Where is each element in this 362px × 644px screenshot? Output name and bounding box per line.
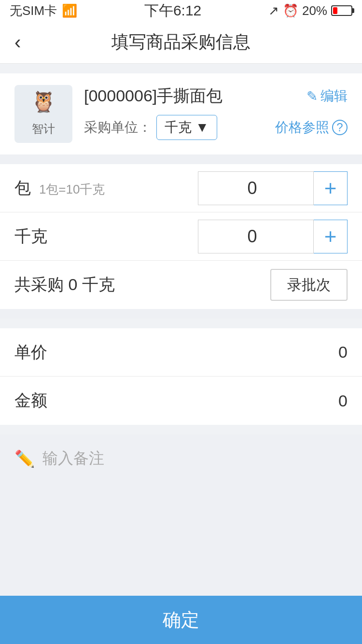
- quantity-section: 包 1包=10千克 + 千克 +: [0, 164, 362, 261]
- battery-bar: [331, 5, 352, 16]
- kg-label-group: 千克: [14, 225, 47, 248]
- unit-price-label: 单价: [14, 341, 47, 364]
- kg-plus-button[interactable]: +: [314, 220, 348, 253]
- batch-record-button[interactable]: 录批次: [270, 269, 348, 301]
- status-left: 无SIM卡 📶: [10, 2, 77, 19]
- edit-label: 编辑: [320, 87, 348, 105]
- kg-input-right: +: [198, 220, 348, 253]
- logo-label: 智计: [32, 122, 55, 135]
- pack-hint: 1包=10千克: [39, 182, 105, 196]
- section-divider-2: [0, 309, 362, 319]
- pack-input-right: +: [198, 171, 348, 205]
- status-time: 下午6:12: [144, 1, 201, 21]
- unit-value: 千克: [165, 118, 192, 137]
- pack-input-row: 包 1包=10千克 +: [0, 164, 362, 212]
- kg-input-row: 千克 +: [0, 212, 362, 261]
- back-button[interactable]: ‹: [10, 27, 26, 58]
- logo-text: 🦉: [31, 90, 56, 113]
- section-divider-1: [0, 154, 362, 164]
- unit-dropdown[interactable]: 千克 ▼: [156, 115, 217, 140]
- help-icon: ?: [332, 120, 348, 135]
- product-image: 🦉 智计: [14, 85, 72, 143]
- notes-section[interactable]: ✏️ 输入备注: [0, 434, 362, 483]
- product-name-row: [0000006]手撕面包 ✎ 编辑: [84, 85, 348, 107]
- battery-percent: 20%: [302, 3, 327, 18]
- product-name: [0000006]手撕面包: [84, 85, 223, 107]
- summary-row: 共采购 0 千克 录批次: [0, 261, 362, 309]
- page-title: 填写商品采购信息: [111, 30, 251, 54]
- carrier-label: 无SIM卡: [10, 2, 57, 19]
- product-section: 🦉 智计 [0000006]手撕面包 ✎ 编辑 采购单位： 千克 ▼ 价格参照 …: [0, 73, 362, 154]
- amount-row: 金额 0: [0, 377, 362, 425]
- pack-plus-button[interactable]: +: [314, 171, 348, 205]
- pencil-icon: ✏️: [14, 449, 35, 468]
- status-bar: 无SIM卡 📶 下午6:12 ↗ ⏰ 20%: [0, 0, 362, 21]
- location-icon: ↗: [268, 3, 279, 18]
- unit-row: 采购单位： 千克 ▼ 价格参照 ?: [84, 115, 348, 140]
- unit-price-value: 0: [338, 343, 348, 362]
- pack-label-group: 包 1包=10千克: [14, 177, 105, 199]
- price-ref-label: 价格参照: [275, 118, 329, 137]
- pack-label: 包: [14, 179, 31, 197]
- edit-button[interactable]: ✎ 编辑: [306, 87, 348, 105]
- unit-label: 采购单位：: [84, 118, 152, 137]
- unit-price-row: 单价 0: [0, 328, 362, 377]
- alarm-icon: ⏰: [283, 3, 298, 18]
- kg-label: 千克: [14, 227, 47, 245]
- battery-indicator: [331, 5, 352, 16]
- battery-fill: [333, 7, 337, 14]
- product-info: [0000006]手撕面包 ✎ 编辑 采购单位： 千克 ▼ 价格参照 ?: [84, 85, 348, 140]
- product-logo: 🦉 智计: [31, 90, 56, 139]
- amount-value: 0: [338, 392, 348, 410]
- kg-quantity-input[interactable]: [198, 220, 314, 253]
- pack-quantity-input[interactable]: [198, 171, 314, 205]
- price-section: 单价 0 金额 0: [0, 328, 362, 425]
- status-right: ↗ ⏰ 20%: [268, 3, 352, 18]
- wifi-icon: 📶: [62, 3, 77, 18]
- total-purchase-text: 共采购 0 千克: [14, 274, 115, 296]
- edit-icon: ✎: [306, 88, 318, 104]
- confirm-button[interactable]: 确定: [0, 596, 362, 644]
- amount-label: 金额: [14, 390, 47, 412]
- nav-bar: ‹ 填写商品采购信息: [0, 21, 362, 64]
- price-reference-button[interactable]: 价格参照 ?: [275, 118, 348, 137]
- unit-select-group: 采购单位： 千克 ▼: [84, 115, 217, 140]
- chevron-down-icon: ▼: [195, 120, 209, 135]
- notes-placeholder: 输入备注: [42, 448, 104, 469]
